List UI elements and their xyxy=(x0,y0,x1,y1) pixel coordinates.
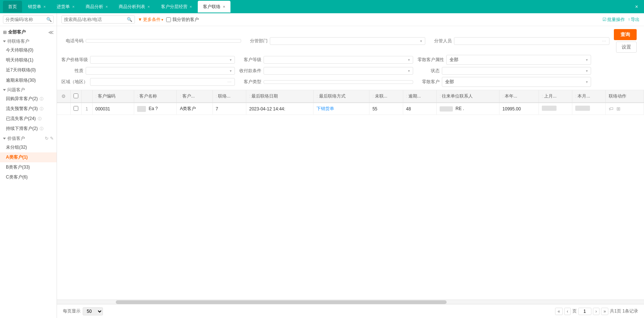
search-icon[interactable]: 🔍 xyxy=(127,17,132,22)
sidebar-item-tomorrow[interactable]: 明天待联络(1) xyxy=(0,55,57,65)
col-customer-level[interactable]: :客户... xyxy=(177,90,212,103)
dept-select[interactable]: ▾ xyxy=(270,37,425,45)
region-input[interactable]: ··· xyxy=(90,78,235,86)
close-all-button[interactable]: × xyxy=(632,2,641,11)
chevron-down-icon: ▾ xyxy=(408,69,410,73)
sidebar-item-a-class[interactable]: A类客户(1) xyxy=(0,152,57,162)
first-page-button[interactable]: « xyxy=(555,308,563,315)
customer-level-select[interactable]: ▾ xyxy=(264,56,413,64)
next-page-button[interactable]: › xyxy=(593,308,600,315)
more-icon: ··· xyxy=(602,39,606,43)
last-method-link[interactable]: 下销货单 xyxy=(316,106,334,111)
nature-select[interactable]: ▾ xyxy=(86,67,235,75)
row-select-checkbox[interactable] xyxy=(74,106,78,111)
retail-attr-select[interactable]: 全部 ▾ xyxy=(446,55,591,65)
my-customers-filter[interactable]: 我分管的客户 xyxy=(166,17,199,23)
sidebar-item-b-class[interactable]: B类客户(33) xyxy=(0,162,57,172)
sidebar-item-churned[interactable]: 已流失客户(24) ⓘ xyxy=(0,114,57,124)
col-customer-name[interactable]: :客户名称 xyxy=(134,90,177,103)
sidebar-all-customers[interactable]: ⊞ 全部客户 ≪ xyxy=(0,26,57,37)
sidebar-item-c-class[interactable]: C类客户(6) xyxy=(0,172,57,182)
edit-icon[interactable]: ✎ xyxy=(50,136,54,141)
row-checkbox[interactable] xyxy=(70,103,81,115)
close-icon[interactable]: × xyxy=(147,4,150,9)
footer-bar: 每页显示 50 100 200 « ‹ 页 › » 共1页 1条记录 xyxy=(57,304,644,318)
sidebar-item-declining[interactable]: 持续下滑客户(2) ⓘ xyxy=(0,124,57,134)
tab-analysis[interactable]: 商品分析 × xyxy=(80,1,113,13)
prev-page-button[interactable]: ‹ xyxy=(564,308,571,315)
col-customer-code[interactable]: :客户编码 xyxy=(92,90,134,103)
collapse-icon[interactable]: ≪ xyxy=(48,29,54,35)
close-icon[interactable]: × xyxy=(72,4,74,9)
close-icon[interactable]: × xyxy=(105,4,108,9)
per-page-select[interactable]: 50 100 200 xyxy=(83,307,103,315)
last-page-button[interactable]: » xyxy=(601,308,609,315)
this-month-cell xyxy=(572,103,606,115)
col-this-month[interactable]: :本月... xyxy=(572,90,606,103)
col-contact[interactable]: :联络... xyxy=(212,90,246,103)
select-all-checkbox[interactable] xyxy=(74,93,78,98)
person-input[interactable]: ··· xyxy=(454,37,609,45)
sidebar-item-repurchase-abnormal[interactable]: 回购异常客户(2) ⓘ xyxy=(0,94,57,104)
close-icon[interactable]: × xyxy=(223,4,225,9)
search-box: 🔍 xyxy=(61,15,135,24)
close-icon[interactable]: × xyxy=(190,4,192,9)
sidebar-item-overdue[interactable]: 逾期未联络(30) xyxy=(0,75,57,85)
more-filters-label: 更多条件 xyxy=(143,17,161,23)
price-level-select[interactable]: ▾ xyxy=(90,56,235,64)
col-last-month[interactable]: :上月... xyxy=(539,90,572,103)
col-last-method[interactable]: :最后联络方式 xyxy=(314,90,369,103)
horizontal-scrollbar[interactable] xyxy=(57,300,644,304)
col-year-amt[interactable]: :本年... xyxy=(499,90,539,103)
status-select[interactable]: ▾ xyxy=(442,67,591,75)
query-button[interactable]: 查询 xyxy=(614,29,637,40)
col-last-date[interactable]: :最后联络日期 xyxy=(246,90,313,103)
sidebar-item-unclassified[interactable]: 未分组(32) xyxy=(0,142,57,152)
status-field: 状态 ▾ xyxy=(418,67,591,75)
more-filters-button[interactable]: ▼ 更多条件 ▾ xyxy=(138,17,163,23)
sidebar-item-7days[interactable]: 近7天待联络(0) xyxy=(0,65,57,75)
col-no-contact[interactable]: :未联... xyxy=(369,90,403,103)
sidebar-search-icon[interactable]: 🔍 xyxy=(46,17,52,22)
info-icon: ⓘ xyxy=(40,107,43,111)
col-settings[interactable]: ⚙ xyxy=(57,90,70,103)
retail-customer-select[interactable]: 全部 ▾ xyxy=(442,77,591,87)
tab-sales[interactable]: 销货单 × xyxy=(23,1,51,13)
tab-customer-layer[interactable]: 客户分层经营 × xyxy=(156,1,197,13)
sidebar-item-churn-warning[interactable]: 流失预警客户(3) ⓘ xyxy=(0,104,57,114)
batch-label: 批量操作 xyxy=(607,17,625,23)
customer-name-text[interactable]: Ea ? xyxy=(149,106,158,111)
no-contact-cell: 55 xyxy=(369,103,403,115)
main-search-input[interactable] xyxy=(64,17,125,22)
tag-icon[interactable]: 🏷 xyxy=(609,106,613,112)
chevron-down-icon: ▾ xyxy=(230,58,232,62)
gear-icon[interactable]: ⚙ xyxy=(61,93,66,99)
page-number-input[interactable] xyxy=(578,308,591,315)
tab-purchase[interactable]: 进货单 × xyxy=(51,1,79,13)
tab-analysis-list[interactable]: 商品分析列表 × xyxy=(114,1,155,13)
grid-action-icon[interactable]: ⊞ xyxy=(616,106,620,112)
expand-icon xyxy=(3,40,6,42)
my-customers-checkbox[interactable] xyxy=(166,17,171,22)
tab-home[interactable]: 首页 xyxy=(3,1,22,13)
settings-button[interactable]: 设置 xyxy=(616,42,637,53)
all-customers-label: 全部客户 xyxy=(8,29,26,35)
payment-select[interactable]: ▾ xyxy=(264,67,413,75)
export-button[interactable]: ↑ 导出 xyxy=(628,17,640,23)
retail-customer-field: 零散客户 全部 ▾ xyxy=(418,77,591,87)
tab-customer-contact[interactable]: 客户联络 × xyxy=(198,1,230,13)
advanced-filter: 电话号码 分管部门 ▾ 分管人员 ··· xyxy=(57,26,644,90)
col-action: 联络动作 xyxy=(606,90,644,103)
sidebar-item-today[interactable]: 今天待联络(0) xyxy=(0,45,57,55)
customer-type-input[interactable] xyxy=(264,80,413,84)
col-overdue[interactable]: :逾期... xyxy=(403,90,436,103)
col-unit-contact[interactable]: :往来单位联系人 xyxy=(436,90,499,103)
close-icon[interactable]: × xyxy=(43,4,46,9)
action-cell: 🏷 ⊞ xyxy=(606,103,644,115)
refresh-icon[interactable]: ↻ xyxy=(45,136,49,141)
customer-name-cell: Ea ? xyxy=(134,103,177,115)
phone-input[interactable] xyxy=(86,39,241,43)
col-checkbox[interactable] xyxy=(70,90,81,103)
batch-operations-button[interactable]: ☑ 批量操作 xyxy=(602,17,625,23)
unit-contact-text: RE . xyxy=(455,106,464,111)
